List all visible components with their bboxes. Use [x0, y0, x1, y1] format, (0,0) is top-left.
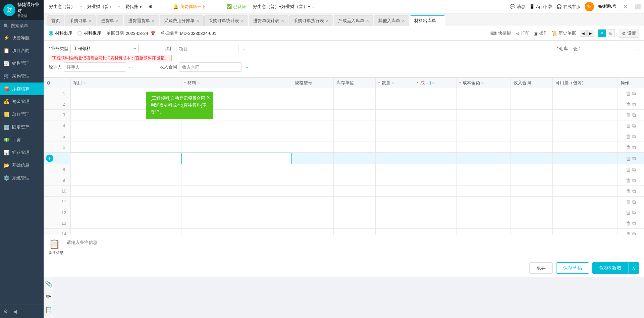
- sidebar-item-project[interactable]: 📋 项目合同: [0, 44, 44, 57]
- cell-income-contract[interactable]: [511, 99, 552, 110]
- tab-close-icon[interactable]: ✕: [366, 19, 369, 23]
- copy-row-btn[interactable]: ⧉: [632, 220, 636, 226]
- copy-row-btn[interactable]: ⧉: [632, 177, 636, 183]
- cell-cost-price[interactable]: [414, 99, 457, 110]
- sidebar-item-fixed-assets[interactable]: 🏢 固定资产: [0, 121, 44, 134]
- save-new-arrow-btn[interactable]: ∧: [628, 262, 639, 274]
- right-panel-icon-3[interactable]: 📋: [44, 305, 53, 315]
- biz-type-input[interactable]: [70, 44, 139, 53]
- copy-row-btn[interactable]: ⧉: [632, 188, 636, 194]
- save-draft-button[interactable]: 保存草稿: [556, 262, 589, 274]
- settings-icon[interactable]: ⚙: [3, 308, 8, 315]
- th-settings[interactable]: ⚙: [44, 78, 57, 88]
- user-avatar[interactable]: 畅: [585, 2, 594, 11]
- nav-certified[interactable]: ✅ 已认证: [224, 2, 248, 11]
- cell-cost-amount[interactable]: [457, 88, 511, 99]
- copy-row-btn[interactable]: ⧉: [632, 167, 636, 173]
- handler-dots-icon[interactable]: ···: [129, 65, 133, 70]
- table-container[interactable]: ⚙ 项目 ⇅ * 材料: [44, 77, 644, 235]
- tab-close-icon[interactable]: ✕: [196, 19, 199, 23]
- sidebar-item-purchase[interactable]: 🛒 采购管理: [0, 70, 44, 83]
- tab-close-icon[interactable]: ✕: [241, 19, 244, 23]
- tab-home[interactable]: 首页: [47, 15, 64, 26]
- app-download-btn[interactable]: 📱 App下载: [529, 4, 552, 10]
- tab-invoice-stats[interactable]: 进货单统计表 ✕: [249, 15, 288, 26]
- delete-row-btn[interactable]: 🗑: [626, 210, 631, 215]
- date-value[interactable]: 2023-03-24: [126, 31, 148, 36]
- user-name[interactable]: 畅捷通8号: [598, 4, 616, 9]
- delete-row-btn[interactable]: 🗑: [626, 134, 631, 139]
- cell-unit[interactable]: [334, 99, 375, 110]
- delete-row-btn[interactable]: 🗑: [626, 177, 631, 183]
- cell-available[interactable]: [552, 99, 618, 110]
- sidebar-item-fund[interactable]: 💰 资金管理: [0, 95, 44, 108]
- cell-cost-amount[interactable]: [457, 99, 511, 110]
- table-settings-btn[interactable]: ⚙ 设置: [619, 29, 639, 38]
- tab-purchase-return[interactable]: 进货退货单 ✕: [124, 15, 159, 26]
- th-qty-sort-icon[interactable]: ⇅: [391, 81, 394, 85]
- tab-product-in[interactable]: 产成品入库单 ✕: [334, 15, 373, 26]
- tab-close-icon[interactable]: ✕: [402, 19, 405, 23]
- th-item-sort-icon[interactable]: ⇅: [83, 81, 86, 85]
- delete-row-btn[interactable]: 🗑: [626, 123, 631, 128]
- active-input-item[interactable]: [71, 153, 181, 164]
- cell-cost-price[interactable]: [414, 88, 457, 99]
- message-btn[interactable]: 💬 消息: [510, 4, 525, 10]
- history-btn[interactable]: 📜 历史单据: [552, 30, 576, 36]
- tooltip-close-btn[interactable]: ✕: [206, 94, 210, 101]
- discard-button[interactable]: 放弃: [529, 262, 553, 274]
- note-input[interactable]: [67, 238, 639, 246]
- copy-row-btn[interactable]: ⧉: [632, 144, 636, 150]
- handler-input[interactable]: [64, 62, 126, 72]
- delete-row-btn[interactable]: 🗑: [626, 144, 631, 150]
- quick-key-btn[interactable]: ⌨ 快捷键: [490, 30, 511, 36]
- warehouse-input[interactable]: [570, 44, 632, 53]
- income-contract-dots-icon[interactable]: ···: [245, 65, 248, 70]
- sidebar-item-ledger[interactable]: 📒 总账管理: [0, 108, 44, 121]
- th-amount-sort-icon[interactable]: ⇅: [481, 81, 484, 85]
- topbar-close-icon[interactable]: ✕: [623, 3, 628, 10]
- sidebar-item-basic[interactable]: 📂 基础信息: [0, 159, 44, 172]
- tab-purchase-expense[interactable]: 采购费用分摊单 ✕: [160, 15, 204, 26]
- right-panel-icon-2[interactable]: ✏: [46, 293, 51, 300]
- nav-prev-btn[interactable]: ◀: [580, 30, 587, 37]
- copy-row-btn[interactable]: ⧉: [632, 210, 636, 216]
- tab-material-out[interactable]: 材料出库单 ✕: [410, 15, 445, 26]
- save-new-button[interactable]: 保存&新增: [592, 262, 628, 274]
- delete-row-btn[interactable]: 🗑: [626, 199, 631, 205]
- nav-next-btn[interactable]: ▶: [587, 30, 594, 37]
- cell-spec[interactable]: [292, 99, 333, 110]
- copy-row-btn[interactable]: ⧉: [632, 231, 636, 235]
- sidebar-item-sales[interactable]: 📈 销售管理: [0, 57, 44, 70]
- cell-available[interactable]: [552, 88, 618, 99]
- nav-good-finance[interactable]: 好业财（普）: [85, 2, 115, 11]
- cell-unit[interactable]: [334, 88, 375, 99]
- nav-chain[interactable]: 好生意（普）+好业财（普）+...: [251, 2, 316, 11]
- topbar-shrink-icon[interactable]: ⬜: [635, 4, 641, 9]
- income-contract-input[interactable]: [179, 62, 241, 72]
- tab-close-icon[interactable]: ✕: [152, 19, 155, 23]
- copy-row-btn[interactable]: ⧉: [632, 134, 636, 140]
- print-btn[interactable]: 🖨 打印: [515, 30, 530, 36]
- th-cost-sort-icon[interactable]: ⇅: [432, 81, 435, 85]
- sidebar-item-inventory[interactable]: 📦 库存核算: [0, 83, 44, 95]
- copy-row-btn[interactable]: ⧉: [632, 199, 636, 205]
- sidebar-item-salary[interactable]: 💵 工资: [0, 134, 44, 146]
- active-input-material[interactable]: [181, 153, 292, 164]
- active-cell-material[interactable]: [181, 153, 292, 164]
- cell-income-contract[interactable]: [511, 88, 552, 99]
- add-row-btn[interactable]: +: [46, 155, 53, 162]
- radio-return[interactable]: 材料退库: [77, 30, 101, 36]
- th-material-sort-icon[interactable]: ⇅: [197, 81, 200, 85]
- radio-out[interactable]: 材料出库: [49, 30, 72, 36]
- tab-purchase-exec[interactable]: 采购订单执行表 ✕: [289, 15, 333, 26]
- cell-spec[interactable]: [292, 88, 333, 99]
- col-settings-icon[interactable]: ⚙: [47, 81, 51, 86]
- active-cell-item[interactable]: [71, 153, 181, 164]
- operate-btn[interactable]: ▣ 操作: [534, 30, 548, 36]
- sidebar-item-system[interactable]: ⚙️ 系统管理: [0, 172, 44, 184]
- nav-settings-icon[interactable]: ⚙: [147, 3, 155, 10]
- tab-close-icon[interactable]: ✕: [281, 19, 284, 23]
- tab-close-icon[interactable]: ✕: [89, 19, 92, 23]
- delete-row-btn[interactable]: 🗑: [626, 231, 631, 235]
